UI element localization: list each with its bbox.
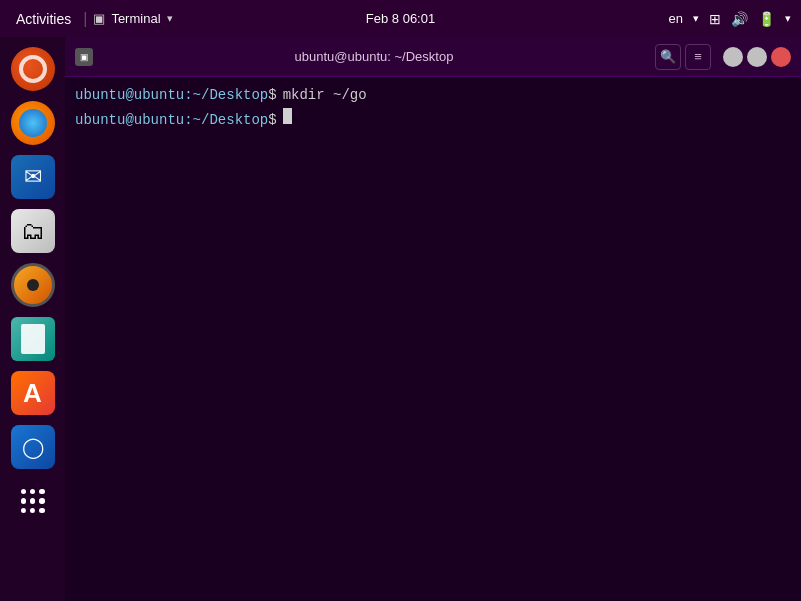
datetime: Feb 8 06:01 bbox=[366, 11, 435, 26]
partial-app-icon: ◯ bbox=[11, 425, 55, 469]
dock-item-show-apps[interactable] bbox=[9, 477, 57, 525]
terminal-close-button[interactable]: × bbox=[771, 47, 791, 67]
dock-item-partial[interactable]: ◯ bbox=[9, 423, 57, 471]
terminal-titlebar: ▣ ubuntu@ubuntu: ~/Desktop 🔍 ≡ – □ × bbox=[65, 37, 801, 77]
terminal-menu-button[interactable]: ≡ bbox=[685, 44, 711, 70]
terminal-line-2: ubuntu@ubuntu:~/Desktop $ bbox=[75, 108, 791, 131]
terminal-search-button[interactable]: 🔍 bbox=[655, 44, 681, 70]
topbar-center: Feb 8 06:01 bbox=[366, 11, 435, 26]
system-menu-chevron[interactable]: ▾ bbox=[785, 12, 791, 25]
titlebar-left: ▣ bbox=[75, 48, 93, 66]
titlebar-controls: 🔍 ≡ – □ × bbox=[655, 44, 791, 70]
dock-item-files[interactable] bbox=[9, 207, 57, 255]
prompt-dollar-2: $ bbox=[268, 110, 276, 131]
dock-item-firefox[interactable] bbox=[9, 99, 57, 147]
dock-item-thunderbird[interactable] bbox=[9, 153, 57, 201]
rhythmbox-icon bbox=[11, 263, 55, 307]
terminal-content[interactable]: ubuntu@ubuntu:~/Desktop $ mkdir ~/go ubu… bbox=[65, 77, 801, 601]
appcenter-icon bbox=[11, 371, 55, 415]
topbar-left: Activities | ▣ Terminal ▾ bbox=[10, 10, 173, 28]
libreoffice-icon bbox=[11, 317, 55, 361]
mail-icon bbox=[11, 155, 55, 199]
partial-app-glyph: ◯ bbox=[22, 435, 44, 459]
terminal-chevron[interactable]: ▾ bbox=[167, 12, 173, 25]
terminal-cursor bbox=[283, 108, 292, 124]
show-apps-icon bbox=[11, 479, 55, 523]
terminal-minimize-button[interactable]: – bbox=[723, 47, 743, 67]
terminal-window: ▣ ubuntu@ubuntu: ~/Desktop 🔍 ≡ – □ × ubu… bbox=[65, 37, 801, 601]
topbar-right: en ▾ ⊞ 🔊 🔋 ▾ bbox=[669, 11, 791, 27]
dock-item-appcenter[interactable] bbox=[9, 369, 57, 417]
titlebar-title: ubuntu@ubuntu: ~/Desktop bbox=[93, 49, 655, 64]
network-icon[interactable]: ⊞ bbox=[709, 11, 721, 27]
volume-icon[interactable]: 🔊 bbox=[731, 11, 748, 27]
terminal-window-icon: ▣ bbox=[75, 48, 93, 66]
topbar-divider: | bbox=[83, 10, 87, 28]
terminal-label[interactable]: Terminal bbox=[111, 11, 160, 26]
language-indicator[interactable]: en bbox=[669, 11, 683, 26]
prompt-user-2: ubuntu@ubuntu:~/Desktop bbox=[75, 110, 268, 131]
prompt-dollar-1: $ bbox=[268, 85, 276, 106]
dock-item-libreoffice[interactable] bbox=[9, 315, 57, 363]
dock-item-ubuntu[interactable] bbox=[9, 45, 57, 93]
language-chevron[interactable]: ▾ bbox=[693, 12, 699, 25]
firefox-icon bbox=[11, 101, 55, 145]
activities-button[interactable]: Activities bbox=[10, 11, 77, 27]
terminal-icon: ▣ bbox=[93, 11, 105, 26]
files-icon bbox=[11, 209, 55, 253]
prompt-user-1: ubuntu@ubuntu:~/Desktop bbox=[75, 85, 268, 106]
dock-item-rhythmbox[interactable] bbox=[9, 261, 57, 309]
cmd-mkdir: mkdir ~/go bbox=[283, 85, 367, 106]
terminal-line-1: ubuntu@ubuntu:~/Desktop $ mkdir ~/go bbox=[75, 85, 791, 106]
topbar: Activities | ▣ Terminal ▾ Feb 8 06:01 en… bbox=[0, 0, 801, 37]
battery-icon[interactable]: 🔋 bbox=[758, 11, 775, 27]
terminal-maximize-button[interactable]: □ bbox=[747, 47, 767, 67]
ubuntu-logo-icon bbox=[11, 47, 55, 91]
dock: ◯ bbox=[0, 37, 65, 601]
